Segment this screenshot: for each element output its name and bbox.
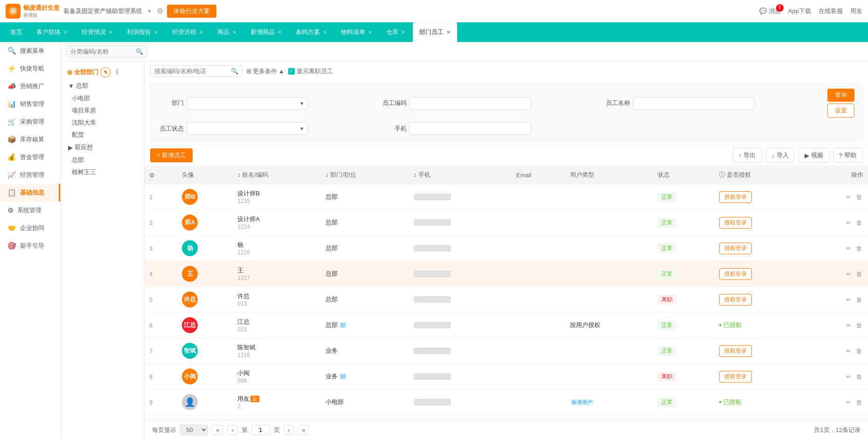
tree-item-distribution[interactable]: 配货	[64, 129, 140, 141]
add-staff-btn[interactable]: + 新增员工	[150, 148, 193, 162]
app-download[interactable]: App下载	[788, 7, 811, 15]
auth-btn[interactable]: 授权登录	[719, 268, 752, 280]
auth-btn[interactable]: 授权登录	[719, 217, 752, 229]
delete-btn[interactable]: 🗑	[856, 296, 862, 303]
tree-item-plant-king[interactable]: 植树王三	[64, 166, 140, 178]
edit-btn[interactable]: ✏	[846, 322, 851, 329]
edit-btn[interactable]: ✏	[846, 348, 851, 355]
message-badge[interactable]: 💬 消息 5	[759, 7, 781, 15]
online-service[interactable]: 在线客服	[819, 7, 843, 15]
user-label[interactable]: 用友	[850, 7, 862, 15]
edit-btn[interactable]: ✏	[846, 194, 851, 201]
staff-search-box[interactable]: 🔍	[150, 65, 243, 77]
col-name-code[interactable]: ↕ 姓名/编码	[233, 166, 321, 184]
auth-btn[interactable]: 授权登录	[719, 191, 752, 203]
name-input[interactable]	[633, 97, 754, 110]
sidebar-item-marketing[interactable]: 📣 营销推广	[0, 77, 60, 95]
sidebar-item-sales[interactable]: 📊 销售管理	[0, 95, 60, 113]
tab-dept-staff-close[interactable]: ✕	[446, 29, 451, 35]
tab-history[interactable]: 经营历程✕	[166, 22, 210, 42]
category-search-input[interactable]	[70, 48, 136, 55]
tab-operation[interactable]: 经营情况✕	[75, 22, 119, 42]
auth-btn[interactable]: 授权登录	[719, 294, 752, 306]
tab-dept-staff[interactable]: 部门员工✕	[413, 22, 457, 42]
sidebar-item-inventory[interactable]: 📦 库存核算	[0, 131, 60, 148]
sidebar-item-collab[interactable]: 🤝 企业协同	[0, 219, 60, 237]
tree-item-shenyang[interactable]: 沈阳大库	[64, 117, 140, 129]
tree-root[interactable]: ⊞ 全部部门 ✎ 《	[64, 65, 140, 79]
tree-edit-btn[interactable]: ✎	[100, 67, 111, 77]
col-phone[interactable]: ↕ 手机	[409, 166, 512, 184]
tab-new-goods[interactable]: 新增商品✕	[244, 22, 288, 42]
sidebar-item-operation-mgmt[interactable]: 📈 经营管理	[0, 166, 60, 184]
delete-btn[interactable]: 🗑	[856, 373, 862, 380]
dept-select[interactable]: ▾	[187, 97, 308, 110]
staff-search-input[interactable]	[154, 68, 229, 75]
tab-profit[interactable]: 利润报告✕	[120, 22, 165, 42]
delete-btn[interactable]: 🗑	[856, 399, 862, 406]
tab-bom-close[interactable]: ✕	[368, 29, 372, 35]
query-btn[interactable]: 查询	[827, 89, 854, 102]
edit-btn[interactable]: ✏	[846, 296, 851, 303]
tree-item-shuangyingxiang[interactable]: ▶ 双应想	[64, 141, 140, 154]
delete-btn[interactable]: 🗑	[856, 194, 862, 201]
tab-customer[interactable]: 客户联络✕	[30, 22, 74, 42]
tree-item-hq[interactable]: 总部	[64, 154, 140, 166]
settings-icon[interactable]: ⚙	[157, 7, 163, 15]
view-btn[interactable]: ▶ 视频	[799, 148, 829, 163]
export-btn[interactable]: ↑ 导出	[733, 148, 762, 163]
set-btn[interactable]: 设置	[827, 104, 854, 118]
first-page-btn[interactable]: «	[212, 425, 223, 435]
edit-btn[interactable]: ✏	[846, 245, 851, 252]
page-input[interactable]	[251, 425, 270, 435]
next-page-btn[interactable]: ›	[284, 425, 294, 435]
sidebar-item-finance[interactable]: 💰 资金管理	[0, 148, 60, 166]
tab-barcode[interactable]: 条码方案✕	[289, 22, 333, 42]
sidebar-item-system-mgmt[interactable]: ⚙ 系统管理	[0, 202, 60, 219]
status-select[interactable]: ▾	[187, 122, 308, 135]
import-btn[interactable]: ↓ 导入	[765, 148, 795, 163]
category-search-box[interactable]: 🔍	[66, 46, 147, 57]
trial-btn[interactable]: 体验行业方案	[167, 5, 216, 18]
delete-btn[interactable]: 🗑	[856, 322, 862, 329]
tab-home[interactable]: 首页	[4, 22, 29, 42]
delete-btn[interactable]: 🗑	[856, 348, 862, 355]
prev-page-btn[interactable]: ‹	[227, 425, 237, 435]
edit-btn[interactable]: ✏	[846, 399, 851, 406]
delete-btn[interactable]: 🗑	[856, 219, 862, 226]
tree-item-small-electronics[interactable]: 小电部	[64, 92, 140, 105]
auth-btn[interactable]: 授权登录	[719, 371, 752, 383]
code-input[interactable]	[410, 97, 531, 110]
sidebar-item-search[interactable]: 🔍 搜索菜单	[0, 42, 60, 60]
tab-history-close[interactable]: ✕	[199, 29, 203, 35]
delete-btn[interactable]: 🗑	[856, 271, 862, 278]
more-filter-btn[interactable]: ⊞ 更多条件 ▲	[246, 67, 285, 76]
tab-profit-close[interactable]: ✕	[154, 29, 158, 35]
sidebar-item-shortcuts[interactable]: ⚡ 快捷导航	[0, 60, 60, 77]
edit-btn[interactable]: ✏	[846, 219, 851, 226]
sidebar-item-purchase[interactable]: 🛒 采购管理	[0, 113, 60, 131]
tab-warehouse[interactable]: 仓库✕	[380, 22, 412, 42]
tab-operation-close[interactable]: ✕	[109, 29, 113, 35]
tab-barcode-close[interactable]: ✕	[323, 29, 327, 35]
sidebar-item-basic-info[interactable]: 📋 基础信息	[0, 184, 60, 202]
tab-new-goods-close[interactable]: ✕	[278, 29, 282, 35]
phone-input[interactable]	[410, 122, 531, 135]
help-btn[interactable]: ? 帮助	[833, 148, 862, 163]
sidebar-item-guide[interactable]: 🎯 新手引导	[0, 237, 60, 255]
tab-bom[interactable]: 物料清单✕	[334, 22, 379, 42]
tree-item-headquarter[interactable]: ▼ 总部	[64, 79, 140, 92]
auth-btn[interactable]: 授权登录	[719, 243, 752, 254]
tab-goods-close[interactable]: ✕	[232, 29, 236, 35]
auth-btn[interactable]: 授权登录	[719, 345, 752, 357]
tab-goods[interactable]: 商品✕	[211, 22, 243, 42]
edit-btn[interactable]: ✏	[846, 373, 851, 380]
col-settings[interactable]: ⚙	[145, 166, 177, 184]
tab-warehouse-close[interactable]: ✕	[401, 29, 405, 35]
delete-btn[interactable]: 🗑	[856, 245, 862, 252]
edit-btn[interactable]: ✏	[846, 271, 851, 278]
page-size-select[interactable]: 50 100	[180, 425, 208, 435]
tree-item-project-warehouse[interactable]: 项目库房	[64, 105, 140, 117]
last-page-btn[interactable]: »	[298, 425, 309, 435]
tree-collapse-btn[interactable]: 《	[112, 68, 118, 77]
